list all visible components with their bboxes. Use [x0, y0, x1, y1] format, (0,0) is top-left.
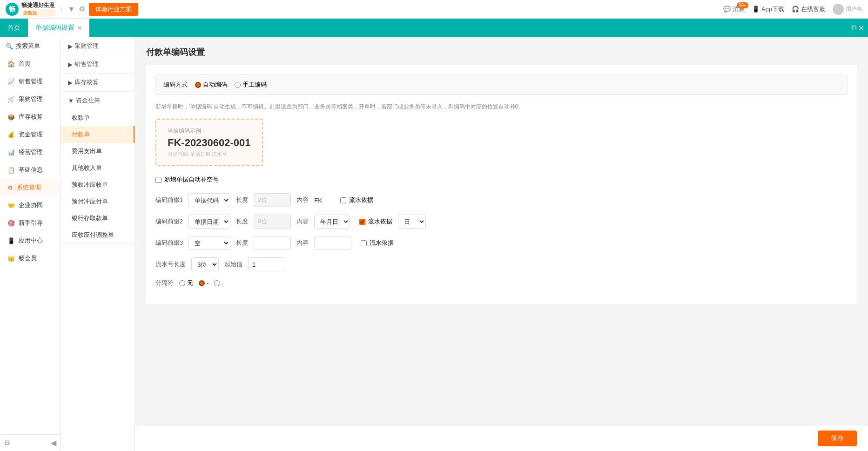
- sub-group-sales-label: 销售管理: [74, 60, 99, 68]
- content3-input[interactable]: [314, 236, 351, 250]
- tab-encoding-label: 单据编码设置: [35, 24, 74, 32]
- sub-group-purchase-title[interactable]: ▶ 采购管理: [61, 37, 135, 55]
- sep-dot[interactable]: .: [214, 280, 224, 287]
- sub-item-expense[interactable]: 费用支出单: [61, 143, 135, 160]
- dropdown-arrow-icon[interactable]: ▼: [67, 5, 75, 13]
- sub-item-adjustment[interactable]: 应收应付调整单: [61, 227, 135, 243]
- sidebar-item-basic-info[interactable]: 📋 基础信息: [0, 161, 60, 179]
- sep-dash-input[interactable]: [199, 280, 205, 286]
- sub-item-prepay-receivable[interactable]: 预收冲应收单: [61, 176, 135, 193]
- enterprise-icon: 🤝: [7, 202, 15, 209]
- length2-label: 长度: [236, 217, 248, 226]
- start-value-input[interactable]: [248, 257, 285, 271]
- messages-btn[interactable]: 💬 消息 99+: [723, 5, 745, 13]
- serial-check-2[interactable]: 流水依据: [359, 217, 392, 226]
- sep-none-label: 无: [187, 279, 193, 287]
- sub-group-capital-label: 资金往来: [76, 96, 100, 105]
- page-title: 付款单编码设置: [146, 47, 857, 58]
- sidebar-item-management[interactable]: 📊 经营管理: [0, 143, 60, 161]
- sub-item-receipt[interactable]: 收款单: [61, 109, 135, 126]
- sidebar-settings-icon[interactable]: ⚙: [4, 438, 10, 447]
- radio-manual-input[interactable]: [235, 82, 241, 88]
- sidebar-item-inventory[interactable]: 📦 库存核算: [0, 108, 60, 126]
- tab-home[interactable]: 首页: [0, 19, 28, 37]
- tab-close-icon[interactable]: ✕: [77, 25, 82, 31]
- prefix2-select[interactable]: 单据日期 单据代码 空: [188, 215, 230, 229]
- auto-fill-checkbox[interactable]: 新增单据自动补空号: [155, 175, 219, 184]
- topbar: 畅 畅捷通好生意 旗舰版 | ▼ ⚙ 体验行业方案 💬 消息 99+ 📱 App…: [0, 0, 868, 19]
- topbar-right: 💬 消息 99+ 📱 App下载 🎧 在线客服 用户名: [723, 4, 862, 15]
- sub-group-capital: ▼ 资金往来 收款单 付款单 费用支出单 其他收入单 预收冲应收单 预付冲应付单…: [61, 92, 135, 244]
- sidebar-item-guide[interactable]: 🎯 新手引导: [0, 214, 60, 232]
- sidebar-item-app-center[interactable]: 📱 应用中心: [0, 232, 60, 249]
- purchase-icon: 🛒: [7, 96, 15, 103]
- app-download-btn[interactable]: 📱 App下载: [752, 5, 784, 13]
- prefix3-select[interactable]: 空 单据代码 单据日期: [188, 236, 230, 250]
- sidebar-app-label: 应用中心: [19, 236, 43, 245]
- experience-btn[interactable]: 体验行业方案: [89, 3, 138, 16]
- sidebar-member-label: 畅会员: [19, 254, 37, 263]
- sep-dot-input[interactable]: [214, 280, 220, 286]
- window-close-icon[interactable]: ✕: [858, 24, 864, 33]
- sub-item-payment[interactable]: 付款单: [61, 126, 135, 143]
- save-button[interactable]: 保存: [818, 431, 857, 446]
- sidebar-item-purchase[interactable]: 🛒 采购管理: [0, 90, 60, 108]
- length3-input[interactable]: [254, 236, 291, 250]
- content2-select[interactable]: 年月日 年月 年: [314, 215, 350, 229]
- serial-unit-select[interactable]: 日 月 年: [398, 215, 426, 229]
- sidebar-item-enterprise[interactable]: 🤝 企业协同: [0, 196, 60, 214]
- sidebar-collapse-icon[interactable]: ◀: [51, 438, 56, 447]
- tab-encoding-settings[interactable]: 单据编码设置 ✕: [28, 19, 89, 37]
- sub-item-other-income[interactable]: 其他收入单: [61, 160, 135, 176]
- sep-dot-label: .: [222, 280, 224, 287]
- settings-icon[interactable]: ⚙: [79, 5, 85, 13]
- sub-group-capital-title[interactable]: ▼ 资金往来: [61, 92, 135, 109]
- serial-check-3[interactable]: 流水依据: [361, 239, 394, 247]
- radio-manual[interactable]: 手工编码: [235, 81, 267, 89]
- radio-auto-input[interactable]: [195, 82, 201, 88]
- length2-input[interactable]: [254, 215, 291, 229]
- expand-icon3: ▶: [68, 79, 73, 86]
- sidebar-sales-label: 销售管理: [19, 77, 43, 86]
- prefix1-select[interactable]: 单据代码 单据日期 空: [188, 193, 230, 207]
- content1-value: FK: [314, 197, 331, 204]
- sub-item-bank[interactable]: 银行存取款单: [61, 210, 135, 227]
- member-icon: 👑: [7, 255, 15, 262]
- length1-input[interactable]: [254, 193, 291, 207]
- serial-label-1: 流水依据: [349, 196, 373, 204]
- sidebar-item-home[interactable]: 🏠 首页: [0, 55, 60, 73]
- prefix1-label: 编码前缀1: [155, 196, 183, 204]
- serial-check-3-input[interactable]: [361, 240, 367, 246]
- sidebar-guide-label: 新手引导: [19, 219, 43, 227]
- sub-group-purchase: ▶ 采购管理: [61, 37, 135, 55]
- sidebar-item-search[interactable]: 🔍 搜索菜单: [0, 37, 60, 55]
- sidebar-item-system[interactable]: ⚙ 系统管理: [0, 179, 60, 196]
- sidebar-item-member[interactable]: 👑 畅会员: [0, 249, 60, 267]
- sidebar-item-sales[interactable]: 📈 销售管理: [0, 73, 60, 90]
- radio-auto[interactable]: 自动编码: [195, 81, 227, 89]
- sidebar-purchase-label: 采购管理: [19, 95, 43, 103]
- sep-dash[interactable]: -: [199, 280, 209, 287]
- serial-check-1-input[interactable]: [340, 197, 346, 203]
- sep-none-input[interactable]: [179, 280, 185, 286]
- sub-group-purchase-label: 采购管理: [74, 42, 99, 50]
- messages-badge: 99+: [737, 2, 748, 8]
- message-icon: 💬: [723, 6, 731, 13]
- sub-group-inventory-title[interactable]: ▶ 库存核算: [61, 74, 135, 91]
- window-restore-icon[interactable]: ⧉: [851, 24, 856, 32]
- serial-check-1[interactable]: 流水依据: [340, 196, 373, 204]
- preview-desc: 单据代码-单据日期-流水号: [168, 151, 251, 158]
- sub-group-sales-title[interactable]: ▶ 销售管理: [61, 55, 135, 73]
- sub-group-inventory-label: 库存核算: [74, 78, 99, 87]
- auto-fill-input[interactable]: [155, 177, 161, 183]
- expand-icon2: ▶: [68, 61, 73, 68]
- online-service-btn[interactable]: 🎧 在线客服: [792, 5, 825, 13]
- sub-group-inventory: ▶ 库存核算: [61, 74, 135, 92]
- user-menu[interactable]: 用户名: [833, 4, 862, 15]
- sidebar-footer: ⚙ ◀: [0, 434, 60, 451]
- sep-none[interactable]: 无: [179, 279, 193, 287]
- sidebar-item-finance[interactable]: 💰 资金管理: [0, 126, 60, 143]
- serial-check-2-input[interactable]: [359, 219, 365, 225]
- sub-item-prepay-payable[interactable]: 预付冲应付单: [61, 193, 135, 210]
- serial-length-select[interactable]: 3位 4位 5位 6位: [191, 257, 219, 271]
